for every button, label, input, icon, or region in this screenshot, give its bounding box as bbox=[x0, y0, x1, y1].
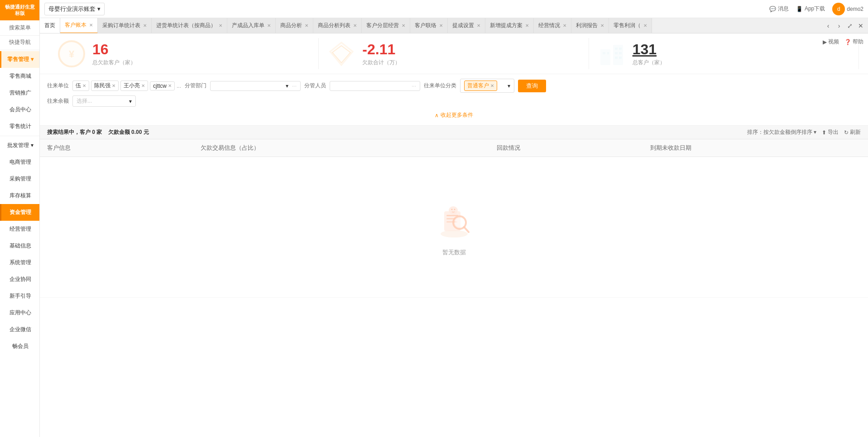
tabs-close-all-btn[interactable]: ✕ bbox=[856, 21, 865, 30]
message-icon: 💬 bbox=[769, 6, 776, 12]
balance-select[interactable]: 选择... ▾ bbox=[72, 95, 136, 107]
sort-select[interactable]: 排序：按欠款金额倒序排序 ▾ bbox=[747, 128, 816, 136]
filter-tag-cjttcw[interactable]: cjttcw ✕ bbox=[150, 81, 175, 90]
tab-product-analysis-close[interactable]: ✕ bbox=[305, 23, 308, 28]
balance-label: 往来余额 bbox=[47, 97, 69, 105]
sidebar-item-finance[interactable]: 资金管理 bbox=[0, 204, 39, 221]
filter-tag-chen[interactable]: 陈民强 ✕ bbox=[91, 81, 119, 91]
tab-customer-contact-close[interactable]: ✕ bbox=[439, 23, 443, 28]
tab-new-raise-plan[interactable]: 新增提成方案 ✕ bbox=[485, 18, 534, 33]
sidebar-item-retail-mgmt[interactable]: 零售管理 ▾ bbox=[0, 51, 39, 68]
tab-product-analysis-list-close[interactable]: ✕ bbox=[353, 23, 357, 28]
tag-cjttcw-remove[interactable]: ✕ bbox=[168, 83, 172, 88]
sidebar-item-inventory[interactable]: 库存核算 bbox=[0, 187, 39, 204]
stat-value-overdue-customers: 16 bbox=[92, 41, 136, 58]
sidebar-logo[interactable]: 畅捷通好生意 标版 bbox=[0, 0, 39, 20]
tag-chen-label: 陈民强 bbox=[94, 82, 110, 90]
tab-product-analysis[interactable]: 商品分析 ✕ bbox=[276, 18, 313, 33]
query-btn[interactable]: 查询 bbox=[518, 80, 546, 92]
message-btn[interactable]: 💬 消息 bbox=[769, 5, 789, 13]
tab-raise-settings-close[interactable]: ✕ bbox=[477, 23, 480, 28]
sidebar-item-operation[interactable]: 经营管理 bbox=[0, 221, 39, 238]
tab-profit-report[interactable]: 利润报告 ✕ bbox=[571, 18, 609, 33]
customer-count: 0 bbox=[92, 129, 95, 135]
sidebar-item-ecommerce[interactable]: 电商管理 bbox=[0, 154, 39, 171]
overdue-label: 欠款金额 bbox=[108, 129, 130, 135]
overdue-value: 0.00 bbox=[131, 129, 142, 135]
sort-dropdown-icon: ▾ bbox=[814, 129, 816, 135]
tabs-next-btn[interactable]: › bbox=[834, 21, 844, 30]
filter-row-1: 往来单位 伍 ✕ 陈民强 ✕ 王小亮 ✕ cjttcw ✕ ... bbox=[47, 79, 861, 93]
sidebar-item-member2[interactable]: 畅会员 bbox=[0, 338, 39, 355]
tab-product-analysis-label: 商品分析 bbox=[280, 22, 302, 29]
sidebar-item-marketing[interactable]: 营销推广 bbox=[0, 85, 39, 101]
svg-rect-8 bbox=[615, 48, 618, 50]
svg-rect-12 bbox=[615, 57, 618, 59]
sidebar-item-retail-mall[interactable]: 零售商城 bbox=[0, 68, 39, 85]
refresh-btn[interactable]: ↻ 刷新 bbox=[844, 128, 861, 136]
tag-wang-remove[interactable]: ✕ bbox=[141, 83, 145, 88]
tab-home[interactable]: 首页 bbox=[40, 18, 60, 33]
tab-product-analysis-list[interactable]: 商品分析列表 ✕ bbox=[313, 18, 362, 33]
industry-selector[interactable]: 母婴行业演示账套 ▾ bbox=[44, 3, 105, 15]
result-actions: 排序：按欠款金额倒序排序 ▾ ⬆ 导出 ↻ 刷新 bbox=[747, 128, 861, 136]
sidebar-item-base-info[interactable]: 基础信息 bbox=[0, 238, 39, 254]
filter-more-btn[interactable]: ... bbox=[177, 83, 181, 89]
sidebar-search[interactable]: 搜索菜单 bbox=[0, 20, 39, 36]
tag-chen-remove[interactable]: ✕ bbox=[112, 83, 115, 88]
tab-purchase-order-stats-close[interactable]: ✕ bbox=[143, 23, 147, 28]
unit-class-select[interactable]: 普通客户 ✕ ▾ bbox=[460, 79, 514, 93]
video-help-btn[interactable]: ▶ 视频 bbox=[823, 38, 839, 46]
tab-customer-contact[interactable]: 客户联络 ✕ bbox=[410, 18, 448, 33]
sidebar-item-purchase[interactable]: 采购管理 bbox=[0, 171, 39, 187]
tabs-prev-btn[interactable]: ‹ bbox=[824, 21, 833, 30]
sidebar-item-retail-stats[interactable]: 零售统计 bbox=[0, 118, 39, 135]
empty-icon bbox=[432, 198, 477, 243]
sidebar-item-newguide[interactable]: 新手引导 bbox=[0, 288, 39, 304]
svg-rect-13 bbox=[619, 57, 622, 59]
tab-new-raise-plan-close[interactable]: ✕ bbox=[525, 23, 529, 28]
tab-operation-status-close[interactable]: ✕ bbox=[563, 23, 566, 28]
stat-info-total-customers: 131 总客户（家） bbox=[633, 41, 665, 66]
collapse-btn[interactable]: ∧ 收起更多条件 bbox=[47, 109, 861, 121]
filter-tag-wu[interactable]: 伍 ✕ bbox=[72, 81, 89, 91]
dept-label: 分管部门 bbox=[185, 82, 206, 90]
sidebar-quick-nav[interactable]: 快捷导航 bbox=[0, 36, 39, 49]
col-due-date: 到期未收款日期 bbox=[643, 139, 868, 157]
tab-retail-profit-close[interactable]: ✕ bbox=[643, 23, 647, 28]
svg-rect-11 bbox=[619, 52, 622, 54]
tab-purchase-stats-product-close[interactable]: ✕ bbox=[219, 23, 222, 28]
tab-customer-book-close[interactable]: ✕ bbox=[89, 23, 93, 28]
tab-purchase-order-stats[interactable]: 采购订单统计表 ✕ bbox=[98, 18, 152, 33]
tag-wu-remove[interactable]: ✕ bbox=[82, 83, 86, 88]
tab-customer-segment-close[interactable]: ✕ bbox=[402, 23, 405, 28]
app-download-btn[interactable]: 📱 App下载 bbox=[796, 5, 825, 13]
unit-class-remove[interactable]: ✕ bbox=[490, 83, 494, 88]
person-select[interactable]: ··· bbox=[330, 81, 420, 91]
tab-customer-segment[interactable]: 客户分层经营 ✕ bbox=[362, 18, 410, 33]
sidebar-item-member[interactable]: 会员中心 bbox=[0, 101, 39, 118]
tab-retail-profit[interactable]: 零售利润（ ✕ bbox=[609, 18, 652, 33]
tab-product-inbound[interactable]: 产成品入库单 ✕ bbox=[227, 18, 276, 33]
person-label: 分管人员 bbox=[304, 82, 326, 90]
tab-product-inbound-close[interactable]: ✕ bbox=[267, 23, 271, 28]
tab-raise-settings[interactable]: 提成设置 ✕ bbox=[448, 18, 485, 33]
sidebar-item-system[interactable]: 系统管理 bbox=[0, 254, 39, 271]
help-btn[interactable]: ❓ 帮助 bbox=[844, 38, 863, 46]
diamond-icon bbox=[328, 40, 355, 67]
tabs-controls: ‹ › ⤢ ✕ bbox=[821, 21, 868, 30]
sidebar-item-wholesale[interactable]: 批发管理 ▾ bbox=[0, 137, 39, 154]
export-btn[interactable]: ⬆ 导出 bbox=[822, 128, 839, 136]
tabs-maximize-btn[interactable]: ⤢ bbox=[845, 21, 854, 30]
user-profile-btn[interactable]: d demo2 bbox=[832, 3, 863, 15]
dept-select[interactable]: ▾ ··· bbox=[210, 81, 301, 91]
tab-customer-book[interactable]: 客户账本 ✕ bbox=[60, 18, 98, 33]
sidebar-item-wechat[interactable]: 企业微信 bbox=[0, 321, 39, 338]
svg-text:¥: ¥ bbox=[69, 48, 75, 60]
tab-purchase-stats-product[interactable]: 进货单统计表（按商品） ✕ bbox=[152, 18, 227, 33]
sidebar-item-appstore[interactable]: 应用中心 bbox=[0, 304, 39, 321]
filter-tag-wang[interactable]: 王小亮 ✕ bbox=[120, 81, 148, 91]
sidebar-item-enterprise[interactable]: 企业协同 bbox=[0, 271, 39, 288]
tab-operation-status[interactable]: 经营情况 ✕ bbox=[534, 18, 571, 33]
tab-profit-report-close[interactable]: ✕ bbox=[600, 23, 604, 28]
